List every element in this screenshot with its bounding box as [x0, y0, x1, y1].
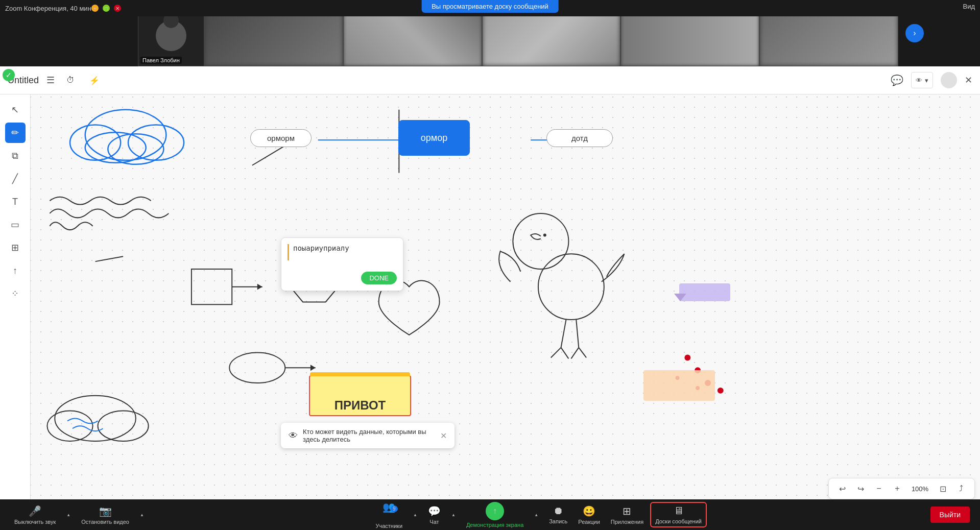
whiteboard-icon: 🖥 [674, 505, 684, 517]
menu-icon[interactable]: ☰ [46, 75, 55, 86]
node-ormor[interactable]: ормор [398, 120, 470, 156]
share-screen-button[interactable]: ⤴ [954, 481, 968, 496]
bottom-bar: 🎤 Выключить звук ▲ 📷 Остановить видео ▲ … [0, 499, 980, 530]
audio-controls: 🎤 Выключить звук ▲ 📷 Остановить видео ▲ [10, 503, 148, 527]
svg-line-17 [561, 320, 566, 348]
whiteboard-button[interactable]: 🖥 Доски сообщений [650, 502, 707, 527]
view-label: Вид [963, 3, 975, 10]
privacy-icon: 👁 [289, 430, 298, 441]
chat-button[interactable]: 💬 Чат [424, 503, 445, 527]
privacy-close-button[interactable]: ✕ [440, 431, 447, 441]
pen-tool-button[interactable]: ✏ [5, 123, 26, 143]
participants-button[interactable]: 👥 9 Участники [371, 499, 407, 531]
record-button[interactable]: ⏺ Запись [545, 503, 571, 526]
share-caret: ▾ [925, 77, 928, 84]
close-panel-button[interactable]: ✕ [965, 75, 972, 86]
notification-bar: Вы просматриваете доску сообщений [421, 0, 559, 13]
comment-button[interactable]: 💬 [891, 74, 903, 86]
participants-caret-icon: ▲ [413, 513, 417, 517]
done-button[interactable]: DONE [361, 272, 397, 284]
svg-point-1 [70, 125, 121, 160]
text-input-field[interactable]: поыариуприалу [288, 244, 397, 260]
more-tools-button[interactable]: ⁘ [5, 283, 26, 304]
svg-point-3 [85, 132, 146, 162]
share-button[interactable]: 👁 ▾ [911, 72, 933, 88]
video-button[interactable]: 📷 Остановить видео [77, 503, 133, 527]
reactions-icon: 😀 [583, 505, 595, 517]
zoom-in-button[interactable]: + [890, 481, 904, 496]
svg-line-21 [571, 348, 579, 359]
chat-caret-button[interactable]: ▲ [447, 511, 460, 519]
audio-caret-icon: ▲ [66, 513, 70, 517]
audio-caret-button[interactable]: ▲ [62, 511, 75, 519]
share-screen-main-button[interactable]: ↑ Демонстрация экрана [462, 500, 528, 530]
svg-line-22 [579, 348, 586, 358]
video-caret-button[interactable]: ▲ [136, 511, 148, 519]
svg-point-15 [538, 254, 604, 320]
mute-button[interactable]: 🎤 Выключить звук [10, 503, 60, 527]
privacy-notice: 👁 Кто может видеть данные, которыми вы з… [281, 423, 455, 448]
whiteboard-canvas[interactable]: орморм ормор дотд поыариуприалу DONE ПРИ… [0, 66, 980, 499]
peach-sticky-note[interactable] [643, 370, 715, 401]
share-caret-icon: ▲ [534, 513, 538, 517]
app-title: Zoom Конференция, 40 мин [5, 5, 91, 12]
security-shield-icon: ✓ [3, 69, 15, 81]
select-tool-button[interactable]: ↖ [5, 100, 26, 120]
svg-line-19 [561, 348, 569, 359]
close-button[interactable]: ✕ [114, 5, 121, 12]
reactions-button[interactable]: 😀 Реакции [574, 503, 604, 527]
svg-marker-12 [257, 284, 262, 290]
video-caret-icon: ▲ [140, 513, 144, 517]
svg-line-20 [576, 320, 579, 348]
participants-caret-button[interactable]: ▲ [409, 511, 421, 519]
svg-point-29 [98, 411, 149, 441]
video-next-button[interactable]: › [905, 24, 924, 42]
svg-point-27 [55, 396, 136, 441]
svg-point-23 [229, 353, 285, 383]
svg-line-26 [95, 256, 124, 261]
table-button[interactable]: ⊞ [5, 237, 26, 258]
camera-icon: 📷 [99, 505, 112, 517]
upload-button[interactable]: ↑ [5, 260, 26, 281]
text-tool-button[interactable]: T [5, 191, 26, 212]
timer-button[interactable]: ⏱ [62, 72, 79, 88]
svg-point-28 [47, 411, 92, 441]
fit-button[interactable]: ⊡ [936, 481, 950, 496]
canvas-area[interactable]: орморм ормор дотд поыариуприалу DONE ПРИ… [31, 94, 980, 499]
svg-point-30 [684, 355, 690, 361]
apps-icon: ⊞ [623, 505, 631, 517]
pointer-button[interactable]: ⚡ [86, 72, 103, 88]
exit-button[interactable]: Выйти [930, 507, 970, 523]
text-input-popup: поыариуприалу DONE [281, 237, 403, 291]
sticky-note-button[interactable]: ▭ [5, 214, 26, 235]
zoom-level-display[interactable]: 100% [909, 485, 931, 493]
svg-point-4 [108, 134, 163, 164]
redo-button[interactable]: ↪ [853, 481, 868, 496]
share-screen-icon: ↑ [486, 502, 504, 520]
node-dotd[interactable]: дотд [546, 129, 613, 147]
zoom-out-button[interactable]: − [872, 481, 886, 496]
svg-point-0 [85, 110, 166, 160]
chat-caret-icon: ▲ [451, 513, 456, 517]
svg-point-16 [543, 234, 546, 237]
svg-rect-10 [192, 269, 232, 304]
svg-point-33 [718, 388, 724, 394]
share-caret-button[interactable]: ▲ [530, 511, 542, 519]
record-icon: ⏺ [553, 505, 563, 517]
maximize-button[interactable]: □ [103, 5, 110, 12]
user-avatar [941, 72, 957, 88]
whiteboard-control-bar: ↩ ↪ − + 100% ⊡ ⤴ [828, 478, 975, 499]
yellow-sticky-note[interactable]: ПРИВОТ [309, 375, 411, 416]
chat-icon: 💬 [428, 505, 441, 517]
apps-button[interactable]: ⊞ Приложения [607, 503, 648, 527]
yellow-note-text: ПРИВОТ [334, 398, 386, 413]
svg-marker-25 [310, 365, 316, 371]
node-ormorom[interactable]: орморм [250, 129, 312, 147]
share-icon: 👁 [916, 77, 922, 84]
whiteboard-top-toolbar: Untitled ☰ ⏱ ⚡ 💬 👁 ▾ ✕ [0, 66, 980, 94]
minimize-button[interactable]: − [91, 5, 99, 12]
line-tool-button[interactable]: ╱ [5, 168, 26, 189]
purple-sticky-note[interactable] [679, 283, 730, 301]
undo-button[interactable]: ↩ [835, 481, 849, 496]
shapes-tool-button[interactable]: ⧉ [5, 146, 26, 166]
